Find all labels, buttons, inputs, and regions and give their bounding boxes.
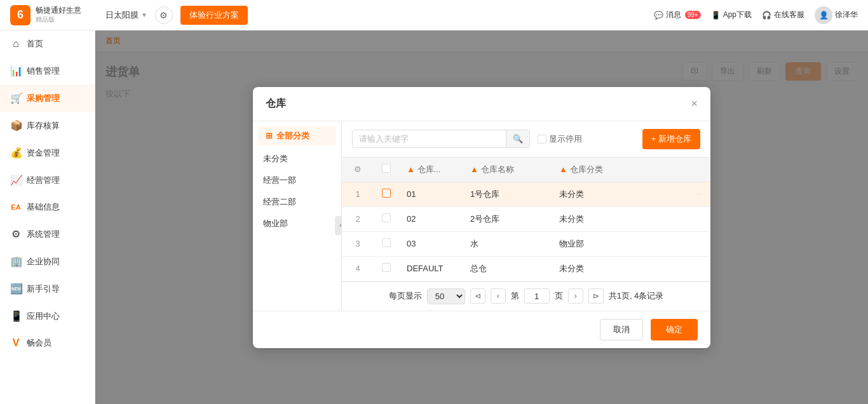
- sidebar-label-enterprise: 企业协同: [27, 256, 60, 267]
- sidebar-item-basic[interactable]: EA 基础信息: [0, 194, 95, 220]
- cell-code: 03: [399, 231, 463, 256]
- modal-close-button[interactable]: ×: [691, 97, 698, 111]
- cell-checkbox[interactable]: [374, 256, 399, 281]
- confirm-button[interactable]: 确定: [651, 319, 698, 340]
- notification-item[interactable]: 💬 消息 99+: [654, 10, 701, 20]
- sort-icon-code: ▲: [407, 165, 415, 174]
- sidebar-label-guide: 新手引导: [27, 283, 60, 295]
- search-input[interactable]: [353, 130, 506, 147]
- next-page-button[interactable]: ›: [568, 288, 583, 304]
- row-checkbox[interactable]: [382, 238, 391, 247]
- more-options[interactable]: ···: [696, 189, 703, 198]
- guide-icon: 🆕: [10, 283, 22, 295]
- sidebar-item-finance[interactable]: 💰 资金管理: [0, 139, 95, 166]
- category-item-property[interactable]: 物业部: [253, 213, 341, 234]
- warehouse-table: ⚙ ▲ 仓库...: [342, 158, 710, 281]
- inventory-icon: 📦: [10, 119, 22, 131]
- sidebar-item-sales[interactable]: 📊 销售管理: [0, 57, 95, 84]
- finance-icon: 💰: [10, 147, 22, 159]
- th-name: ▲ 仓库名称: [463, 158, 552, 182]
- trial-button[interactable]: 体验行业方案: [180, 6, 248, 25]
- sidebar-item-member[interactable]: V 畅会员: [0, 330, 95, 356]
- sidebar-label-sales: 销售管理: [27, 65, 60, 77]
- category-item-ops1[interactable]: 经营一部: [253, 170, 341, 191]
- cell-index: 2: [342, 206, 374, 231]
- category-item-unclassified[interactable]: 未分类: [253, 148, 341, 170]
- user-profile-item[interactable]: 👤 徐泽华: [815, 6, 858, 24]
- cell-name: 水: [463, 231, 552, 256]
- collapse-button[interactable]: «: [335, 216, 342, 235]
- category-all-item[interactable]: ⊞ 全部分类: [258, 126, 336, 145]
- home-icon: ⌂: [10, 38, 22, 50]
- app-download-item[interactable]: 📱 App下载: [711, 10, 752, 20]
- sidebar-item-inventory[interactable]: 📦 库存核算: [0, 112, 95, 139]
- enterprise-icon: 🏢: [10, 255, 22, 267]
- cancel-button[interactable]: 取消: [600, 319, 643, 340]
- cell-checkbox[interactable]: [374, 206, 399, 231]
- sidebar-item-system[interactable]: ⚙ 系统管理: [0, 220, 95, 248]
- online-service-item[interactable]: 🎧 在线客服: [762, 10, 804, 20]
- table-row[interactable]: 1 01 1号仓库 未分类 ···: [342, 182, 710, 206]
- company-name: 畅捷通好生意: [36, 6, 81, 16]
- add-warehouse-button[interactable]: + 新增仓库: [642, 129, 700, 149]
- per-page-label: 每页显示: [389, 290, 422, 302]
- show-disabled-checkbox[interactable]: [538, 135, 546, 144]
- cell-checkbox[interactable]: [374, 182, 399, 206]
- branch-selector[interactable]: 日太阳膜 ▼: [105, 10, 147, 21]
- cell-checkbox[interactable]: [374, 231, 399, 256]
- th-code: ▲ 仓库...: [399, 158, 463, 182]
- page-word: 第: [511, 290, 519, 302]
- table-row[interactable]: 3 03 水 物业部: [342, 231, 710, 256]
- category-item-ops2[interactable]: 经营二部: [253, 191, 341, 213]
- warehouse-modal: 仓库 × ⊞ 全部分类 未分类 经营一部 经营二部 物业部: [253, 87, 710, 348]
- th-category-label: 仓库分类: [570, 165, 603, 174]
- sidebar-label-member: 畅会员: [27, 337, 51, 349]
- search-button[interactable]: 🔍: [506, 130, 529, 147]
- modal-header: 仓库 ×: [253, 87, 710, 121]
- search-box: 🔍: [352, 130, 530, 148]
- cell-index: 4: [342, 256, 374, 281]
- notification-label: 消息: [666, 10, 681, 20]
- sidebar-label-purchase: 采购管理: [27, 93, 60, 104]
- sidebar-item-operations[interactable]: 📈 经营管理: [0, 166, 95, 194]
- online-service-label: 在线客服: [774, 10, 804, 20]
- row-checkbox[interactable]: [382, 189, 391, 198]
- sidebar-item-enterprise[interactable]: 🏢 企业协同: [0, 248, 95, 275]
- sidebar: ⌂ 首页 📊 销售管理 🛒 采购管理 📦 库存核算 💰 资金管理 📈 经营管理 …: [0, 30, 95, 404]
- row-checkbox[interactable]: [382, 263, 391, 272]
- grid-icon: ⊞: [266, 131, 273, 140]
- th-code-label: 仓库...: [417, 165, 441, 174]
- th-checkbox: [374, 158, 399, 182]
- content-area: 首页 进货单 印 导出 刷新 查询 设置 按以下 仓库: [95, 30, 868, 404]
- first-page-button[interactable]: ⊲: [470, 288, 485, 304]
- sidebar-item-home[interactable]: ⌂ 首页: [0, 30, 95, 57]
- top-header: 6 畅捷通好生意 精品版 日太阳膜 ▼ ⚙ 体验行业方案 💬 消息 99+ 📱 …: [0, 0, 868, 30]
- show-disabled-toggle[interactable]: 显示停用: [538, 133, 582, 145]
- settings-icon: ⚙: [354, 165, 362, 174]
- sidebar-item-apps[interactable]: 📱 应用中心: [0, 302, 95, 330]
- sidebar-item-purchase[interactable]: 🛒 采购管理: [0, 84, 95, 112]
- notification-badge: 99+: [685, 11, 701, 19]
- row-checkbox[interactable]: [382, 213, 391, 222]
- th-name-label: 仓库名称: [481, 165, 514, 174]
- username-label: 徐泽华: [835, 10, 858, 20]
- last-page-button[interactable]: ⊳: [588, 288, 604, 304]
- table-row[interactable]: 2 02 2号仓库 未分类: [342, 206, 710, 231]
- table-header-row: ⚙ ▲ 仓库...: [342, 158, 710, 182]
- modal-body: ⊞ 全部分类 未分类 经营一部 经营二部 物业部 «: [253, 121, 710, 311]
- per-page-select[interactable]: 50 100 200: [427, 288, 465, 304]
- settings-button[interactable]: ⚙: [155, 6, 173, 24]
- modal-footer: 取消 确定: [253, 311, 710, 348]
- user-avatar: 👤: [815, 6, 832, 24]
- prev-page-button[interactable]: ‹: [491, 288, 506, 304]
- edition-label: 精品版: [36, 15, 81, 24]
- table-toolbar: 🔍 显示停用 + 新增仓库: [342, 121, 710, 158]
- basic-icon: EA: [10, 203, 22, 211]
- th-category: ▲ 仓库分类: [552, 158, 710, 182]
- cell-category: 未分类: [552, 256, 710, 281]
- page-number-input[interactable]: [524, 288, 550, 304]
- sidebar-item-guide[interactable]: 🆕 新手引导: [0, 275, 95, 302]
- logo-area: 6 畅捷通好生意 精品版: [10, 5, 105, 25]
- table-row[interactable]: 4 DEFAULT 总仓 未分类: [342, 256, 710, 281]
- select-all-checkbox[interactable]: [382, 164, 391, 173]
